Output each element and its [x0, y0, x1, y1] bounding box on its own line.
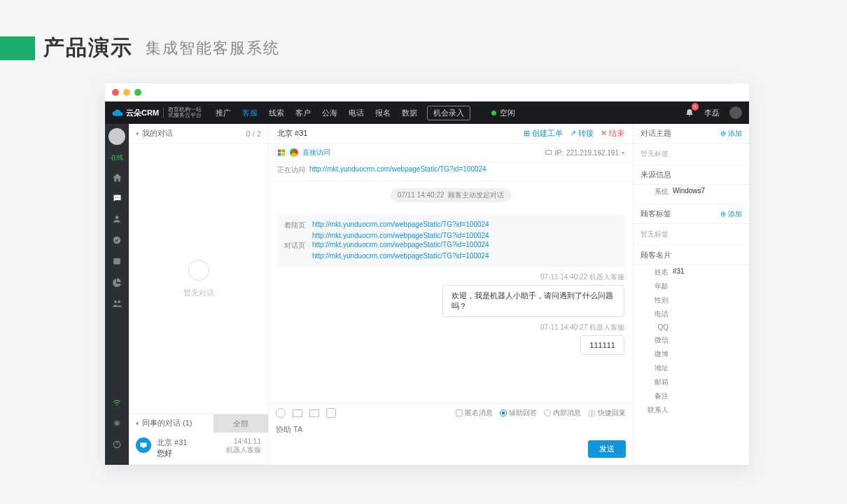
add-topic-button[interactable]: ⊕添加	[720, 129, 742, 139]
colleague-conversations-header[interactable]: ▾ 同事的对话 (1) 全部	[129, 414, 268, 432]
person-icon[interactable]	[111, 213, 123, 225]
notifications-button[interactable]: 5	[685, 107, 694, 118]
monitor-icon	[136, 438, 151, 453]
power-icon[interactable]	[111, 438, 123, 451]
chrome-icon	[290, 148, 298, 157]
thumbsup-icon[interactable]	[326, 408, 336, 418]
nav-promo[interactable]: 推广	[216, 108, 231, 118]
nav-customers[interactable]: 客户	[295, 108, 311, 118]
transfer-button[interactable]: ↗转接	[570, 128, 594, 139]
nav-phone[interactable]: 电话	[349, 108, 364, 118]
check-icon[interactable]	[111, 234, 123, 246]
my-conversations-header[interactable]: ▾ 我的对话 0 / 2	[129, 124, 268, 144]
quickreply-icon	[588, 410, 596, 417]
conversation-item[interactable]: 北京 #31 您好 14:41:11 机器人客服	[129, 432, 268, 465]
user-name[interactable]: 李磊	[704, 108, 720, 118]
internal-radio[interactable]: 内部消息	[544, 408, 581, 418]
group-icon[interactable]	[111, 297, 123, 309]
chatpage-link[interactable]: http://mkt.yunduocrm.com/webpageStatic/T…	[312, 241, 489, 248]
ticket-icon: ⊞	[524, 129, 530, 138]
chat-icon[interactable]	[111, 192, 123, 204]
field-email[interactable]: 邮箱	[634, 375, 749, 389]
user-avatar[interactable]	[729, 106, 742, 119]
send-button[interactable]: 发送	[588, 440, 626, 458]
field-qq[interactable]: QQ	[634, 321, 749, 333]
landing-link-2[interactable]: http://mkt.yunduocrm.com/webpageStatic/T…	[312, 232, 489, 239]
agent-status[interactable]: 空闲	[491, 108, 515, 118]
calendar-icon[interactable]	[111, 255, 123, 267]
field-weibo[interactable]: 微博	[634, 347, 749, 361]
message-meta: 07-11 14:40:27 机器人客服	[277, 323, 624, 332]
emoji-icon[interactable]	[276, 408, 286, 418]
topic-header: 对话主题 ⊕添加	[634, 124, 749, 144]
chat-header: 北京 #31 ⊞创建工单 ↗转接 ✕结束	[269, 124, 633, 144]
composer-toolbar: 匿名消息 辅助回答 内部消息 快捷回复	[269, 404, 633, 422]
gear-icon[interactable]	[111, 417, 123, 430]
svg-point-5	[116, 405, 118, 406]
svg-rect-12	[282, 150, 286, 153]
no-customer-tag: 暂无标签	[640, 230, 668, 238]
add-tag-button[interactable]: ⊕添加	[720, 209, 742, 219]
notif-badge: 5	[692, 103, 699, 111]
svg-point-0	[115, 197, 115, 197]
caret-down-icon: ▾	[136, 420, 139, 427]
chat-title: 北京 #31	[277, 128, 307, 139]
record-opportunity-button[interactable]: 机会录入	[427, 106, 470, 120]
message-input[interactable]	[276, 425, 626, 433]
svg-rect-9	[141, 443, 147, 447]
nav-leads[interactable]: 线索	[269, 108, 284, 118]
accent-bar	[0, 36, 35, 60]
anonymous-checkbox[interactable]: 匿名消息	[456, 408, 493, 418]
chatpage-link-2[interactable]: http://mkt.yunduocrm.com/webpageStatic/T…	[312, 252, 489, 260]
visiting-link[interactable]: http://mkt.yunduocrm.com/webpageStatic/T…	[309, 165, 486, 175]
file-icon[interactable]	[309, 410, 319, 417]
nav-data[interactable]: 数据	[402, 108, 417, 118]
svg-point-1	[116, 197, 117, 197]
piechart-icon[interactable]	[111, 276, 123, 288]
chevron-down-icon: ▾	[622, 150, 624, 156]
quick-reply-button[interactable]: 快捷回复	[588, 408, 626, 418]
system-event-pill: 07/11 14:40:22 顾客主动发起对话	[391, 188, 511, 202]
caret-down-icon: ▾	[136, 130, 139, 137]
slide-header: 产品演示 集成智能客服系统	[0, 0, 847, 83]
composer: 匿名消息 辅助回答 内部消息 快捷回复 发送	[269, 403, 633, 465]
close-dot[interactable]	[112, 89, 119, 96]
landing-link[interactable]: http://mkt.yunduocrm.com/webpageStatic/T…	[312, 220, 489, 228]
top-nav: 云朵CRM 教育机构一站式服务云平台 推广 客服 线索 客户 公海 电话 报名 …	[105, 102, 749, 124]
end-button[interactable]: ✕结束	[601, 128, 624, 139]
create-ticket-button[interactable]: ⊞创建工单	[524, 128, 563, 139]
message-meta: 07-11 14:40:22 机器人客服	[277, 272, 624, 282]
plus-icon: ⊕	[720, 210, 726, 218]
conversation-list: ▾ 我的对话 0 / 2 暂无对话 ▾ 同事的对话 (1) 全部 北京 #31 …	[129, 124, 269, 465]
field-phone[interactable]: 电话	[634, 307, 749, 321]
nav-service[interactable]: 客服	[242, 108, 258, 118]
slide-title: 产品演示	[43, 34, 133, 62]
customer-tag-header: 顾客标签 ⊕添加	[634, 204, 749, 224]
image-icon[interactable]	[293, 410, 302, 417]
home-icon[interactable]	[111, 171, 123, 183]
close-icon: ✕	[601, 129, 607, 138]
sidebar-avatar[interactable]	[108, 128, 125, 145]
minimize-dot[interactable]	[123, 89, 130, 96]
zoom-dot[interactable]	[134, 89, 141, 96]
visiting-url-row: 正在访问 http://mkt.yunduocrm.com/webpageSta…	[269, 162, 633, 181]
field-age[interactable]: 年龄	[634, 279, 749, 293]
wifi-icon[interactable]	[111, 396, 123, 409]
field-name[interactable]: 姓名#31	[634, 265, 749, 279]
transfer-icon: ↗	[570, 129, 576, 138]
main-area: 在线 ▾ 我的对话 0 / 2 暂无对话	[105, 124, 749, 465]
svg-rect-15	[545, 150, 551, 154]
source-system: 系统Windows7	[634, 185, 749, 199]
nav-public[interactable]: 公海	[322, 108, 337, 118]
all-button[interactable]: 全部	[214, 414, 268, 433]
field-contact[interactable]: 联系人	[634, 403, 749, 417]
field-remark[interactable]: 备注	[634, 389, 749, 403]
monitor-icon	[545, 149, 552, 157]
ip-selector[interactable]: IP: 221.219.162.191 ▾	[545, 149, 624, 157]
logo[interactable]: 云朵CRM 教育机构一站式服务云平台	[105, 102, 209, 124]
field-addr[interactable]: 地址	[634, 361, 749, 375]
nav-signup[interactable]: 报名	[375, 108, 391, 118]
field-wechat[interactable]: 微信	[634, 333, 749, 347]
field-gender[interactable]: 性别	[634, 293, 749, 307]
assist-radio[interactable]: 辅助回答	[500, 408, 537, 418]
